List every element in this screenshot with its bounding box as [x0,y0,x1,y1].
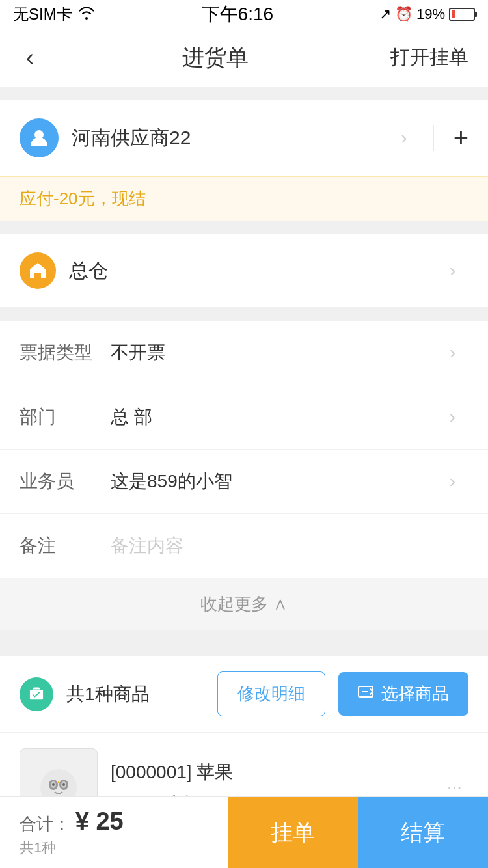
select-product-label: 选择商品 [381,683,449,705]
warehouse-name: 总仓 [69,258,450,284]
svg-point-12 [62,783,65,786]
location-icon: ↗ [379,6,391,23]
product-count-icon [20,677,53,711]
warehouse-row[interactable]: 总仓 › [0,234,488,307]
status-time: 下午6:16 [202,2,274,27]
status-right: ↗ ⏰ 19% [379,6,475,23]
total-amount: ¥ 25 [75,807,124,835]
hang-button[interactable]: 挂单 [228,797,358,869]
alarm-icon: ⏰ [395,6,413,23]
battery-icon [449,8,475,21]
gap-2 [0,221,488,234]
svg-point-11 [52,783,55,786]
nav-bar: ‹ 进货单 打开挂单 [0,29,488,87]
remark-label: 备注 [20,534,111,558]
total-count: 共1种 [20,838,208,858]
dept-chevron-icon: › [450,407,455,427]
invoice-chevron-icon: › [450,342,455,363]
supplier-avatar [20,118,59,157]
page-title: 进货单 [182,43,249,73]
supplier-section: 河南供应商22 › + 应付-20元，现结 [0,100,488,221]
product-name: [0000001] 苹果 [111,760,427,785]
total-line: 合计： ¥ 25 [20,807,208,835]
warehouse-chevron-icon: › [450,260,455,281]
bottom-bar: 合计： ¥ 25 共1种 挂单 结算 [0,796,488,868]
status-left: 无SIM卡 [13,4,96,25]
dept-row[interactable]: 部门 总 部 › [0,385,488,449]
supplier-row[interactable]: 河南供应商22 › + [0,100,488,176]
supplier-add-button[interactable]: + [454,125,468,151]
back-button[interactable]: ‹ [20,38,40,78]
product-header: 共1种商品 修改明细 选择商品 [0,656,488,732]
gap-3 [0,307,488,320]
select-product-icon [358,684,376,704]
warning-banner: 应付-20元，现结 [0,176,488,221]
dept-label: 部门 [20,405,111,429]
remark-input[interactable]: 备注内容 [111,534,468,558]
svg-rect-1 [34,273,41,278]
carrier-text: 无SIM卡 [13,4,72,25]
select-product-button[interactable]: 选择商品 [338,672,468,716]
warehouse-section: 总仓 › [0,234,488,307]
total-label: 合计： [20,814,70,834]
invoice-row[interactable]: 票据类型 不开票 › [0,320,488,385]
divider [433,125,434,151]
dept-value: 总 部 [111,405,450,429]
invoice-label: 票据类型 [20,340,111,365]
sales-label: 业务员 [20,469,111,494]
main-content: 河南供应商22 › + 应付-20元，现结 总仓 › 票据类型 不开票 [0,87,488,868]
svg-rect-3 [33,687,40,690]
form-section: 票据类型 不开票 › 部门 总 部 › 业务员 这是859的小智 › 备注 备注… [0,320,488,630]
status-bar: 无SIM卡 下午6:16 ↗ ⏰ 19% [0,0,488,29]
total-section: 合计： ¥ 25 共1种 [0,807,228,858]
remark-row[interactable]: 备注 备注内容 [0,513,488,578]
warehouse-icon [20,252,56,289]
battery-percent: 19% [416,6,445,23]
sales-value: 这是859的小智 [111,469,450,494]
invoice-value: 不开票 [111,340,450,365]
checkout-button[interactable]: 结算 [358,797,488,869]
product-count-text: 共1种商品 [66,682,204,707]
sales-chevron-icon: › [450,471,455,492]
sales-row[interactable]: 业务员 这是859的小智 › [0,449,488,513]
collapse-toggle[interactable]: 收起更多 ∧ [0,578,488,630]
supplier-name: 河南供应商22 [72,125,401,152]
supplier-chevron-icon: › [401,128,407,148]
gap-1 [0,87,488,100]
wifi-icon [77,5,96,23]
gap-4 [0,630,488,643]
edit-detail-button[interactable]: 修改明细 [217,671,325,716]
open-hang-button[interactable]: 打开挂单 [390,44,468,71]
